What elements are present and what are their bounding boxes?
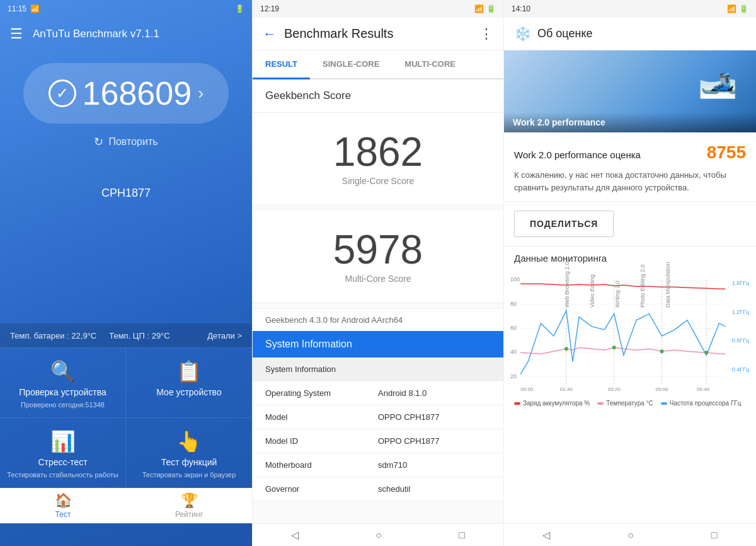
sys-mb-val: sdm710 — [378, 460, 491, 470]
sys-info-header: System Information — [253, 331, 503, 357]
multi-core-label: Multi-Core Score — [265, 274, 491, 284]
chart-label-web: Web Browsing 2.0 — [564, 262, 570, 308]
status-icons-1: 🔋 — [235, 4, 244, 13]
legend-temp-label: Температура °С — [606, 400, 653, 407]
nav-rating-icon: 🏆 — [181, 492, 198, 509]
system-nav-3: ◁ ○ □ — [504, 523, 756, 546]
chart-label-video: Video Editing — [589, 274, 595, 308]
result-label: Work 2.0 performance оценка — [514, 149, 702, 160]
recents-btn-2[interactable]: □ — [459, 530, 465, 541]
legend-cpu: Частота процессора ГГц — [661, 400, 742, 407]
svg-text:20: 20 — [510, 373, 517, 380]
banner-image: 🎿 Work 2.0 performance — [504, 50, 756, 132]
grid-item-functest[interactable]: 👆 Тест функций Тестировать экран и брауз… — [126, 418, 252, 488]
feature-grid: 🔍 Проверка устройства Проверено сегодня:… — [0, 347, 252, 488]
svg-text:1.6ГГц: 1.6ГГц — [732, 280, 750, 286]
svg-point-25 — [660, 349, 663, 353]
svg-point-26 — [704, 351, 708, 354]
single-core-score: 1862 — [265, 132, 491, 172]
back-button-2[interactable]: ← — [263, 26, 277, 42]
recents-btn-3[interactable]: □ — [711, 530, 718, 541]
svg-text:01:40: 01:40 — [560, 386, 573, 392]
score-arrow-icon: › — [198, 83, 203, 103]
score-check-icon: ✓ — [49, 79, 76, 107]
result-section: Work 2.0 performance оценка 8755 К сожал… — [504, 132, 756, 202]
banner-text: Work 2.0 performance — [513, 117, 605, 127]
sys-modelid-val: OPPO CPH1877 — [378, 436, 491, 446]
retry-button[interactable]: ↻ Повторить — [0, 135, 252, 149]
battery-icon-2: 🔋 — [486, 4, 496, 13]
score-bubble[interactable]: ✓ 168609 › — [23, 63, 229, 124]
back-btn-2[interactable]: ◁ — [291, 529, 299, 541]
details-link[interactable]: Детали > — [207, 331, 242, 340]
status-bar-3: 14:10 📶 🔋 — [504, 0, 756, 18]
check-device-label: Проверка устройства — [19, 387, 106, 397]
legend-temp: Температура °С — [597, 400, 653, 407]
score-number: 168609 — [83, 74, 192, 112]
chart-area: 100 80 60 40 20 1.6ГГц 1.2ГГц 0.8ГГц 0.4… — [504, 270, 756, 396]
back-btn-3[interactable]: ◁ — [542, 529, 550, 541]
battery-icon-1: 🔋 — [235, 4, 244, 13]
svg-text:40: 40 — [510, 349, 517, 355]
more-button-2[interactable]: ⋮ — [479, 26, 493, 42]
svg-text:0.8ГГц: 0.8ГГц — [732, 337, 750, 344]
tab-multi-core[interactable]: MULTI-CORE — [392, 50, 468, 79]
nav-test[interactable]: 🏠 Тест — [0, 488, 126, 523]
grid-item-stress[interactable]: 📊 Стресс-тест Тестировать стабильность р… — [0, 418, 126, 488]
tab-result-label: RESULT — [265, 59, 297, 69]
nav-test-icon: 🏠 — [55, 492, 72, 509]
monitoring-header: Данные мониторинга — [504, 246, 756, 270]
result-description: К сожалению, у нас нет пока достаточно д… — [514, 169, 746, 194]
status-bar-1: 11:15 📶 🔋 — [0, 0, 252, 18]
mydevice-icon: 📋 — [176, 359, 202, 383]
pcmark-panel: 14:10 📶 🔋 ❄️ Об оценке 🎿 Work 2.0 perfor… — [504, 0, 756, 546]
sys-row-modelid: Model ID OPPO CPH1877 — [253, 429, 503, 453]
sys-row-os: Operating System Android 8.1.0 — [253, 381, 503, 405]
home-btn-3[interactable]: ○ — [627, 530, 634, 541]
chart-label-writing: Writing 2.0 — [614, 281, 621, 308]
wifi-icon-3: 📶 — [727, 4, 736, 13]
geekbench-panel: 12:19 📶 🔋 ← Benchmark Results ⋮ RESULT S… — [252, 0, 504, 546]
nav-rating-label: Рейтинг — [175, 510, 203, 519]
svg-text:60: 60 — [510, 325, 517, 331]
legend-battery-label: Заряд аккумулятора % — [523, 400, 590, 407]
tab-single-label: SINGLE-CORE — [323, 59, 379, 69]
time-2: 12:19 — [260, 4, 279, 13]
sys-row-model: Model OPPO CPH1877 — [253, 405, 503, 429]
retry-label: Повторить — [108, 136, 158, 148]
menu-icon[interactable]: ☰ — [10, 26, 23, 42]
grid-item-mydevice[interactable]: 📋 Мое устройство — [126, 348, 252, 418]
result-score: 8755 — [707, 142, 746, 163]
svg-text:06:40: 06:40 — [697, 386, 710, 392]
sys-row-governor: Governor schedutil — [253, 477, 503, 501]
time-3: 14:10 — [512, 4, 530, 13]
svg-text:100: 100 — [510, 276, 520, 282]
bottom-nav-1: 🏠 Тест 🏆 Рейтинг — [0, 488, 252, 523]
home-btn-2[interactable]: ○ — [375, 530, 382, 541]
toolbar-3: ❄️ Об оценке — [504, 18, 756, 50]
banner-overlay: Work 2.0 performance — [504, 112, 756, 132]
result-row: Work 2.0 performance оценка 8755 — [514, 142, 746, 163]
single-core-label: Single-Core Score — [265, 176, 491, 186]
grid-item-check[interactable]: 🔍 Проверка устройства Проверено сегодня:… — [0, 348, 126, 418]
sys-model-key: Model — [265, 412, 378, 422]
check-device-sub: Проверено сегодня:51348 — [21, 401, 105, 409]
legend-battery: Заряд аккумулятора % — [514, 400, 590, 407]
device-name: CPH1877 — [0, 187, 252, 200]
tab-result[interactable]: RESULT — [253, 50, 310, 79]
sys-model-val: OPPO CPH1877 — [378, 412, 491, 422]
toolbar-title-3: Об оценке — [537, 27, 592, 40]
share-button[interactable]: ПОДЕЛИТЬСЯ — [514, 211, 614, 237]
antutu-panel: 11:15 📶 🔋 ☰ AnTuTu Benchmark v7.1.1 ✓ 16… — [0, 0, 252, 546]
legend-cpu-label: Частота процессора ГГц — [670, 400, 742, 407]
sys-row-motherboard: Motherboard sdm710 — [253, 453, 503, 477]
tab-single-core[interactable]: SINGLE-CORE — [310, 50, 392, 79]
wifi-icon-2: 📶 — [474, 4, 484, 13]
sys-info-table: System Information Operating System Andr… — [253, 357, 503, 501]
sys-row-header: System Information — [253, 357, 503, 381]
chart-label-data: Data Manipulation — [665, 262, 671, 308]
nav-rating[interactable]: 🏆 Рейтинг — [126, 488, 252, 523]
sys-gov-key: Governor — [265, 484, 378, 494]
svg-text:80: 80 — [510, 301, 517, 307]
geekbench-score-header: Geekbench Score — [253, 79, 503, 113]
